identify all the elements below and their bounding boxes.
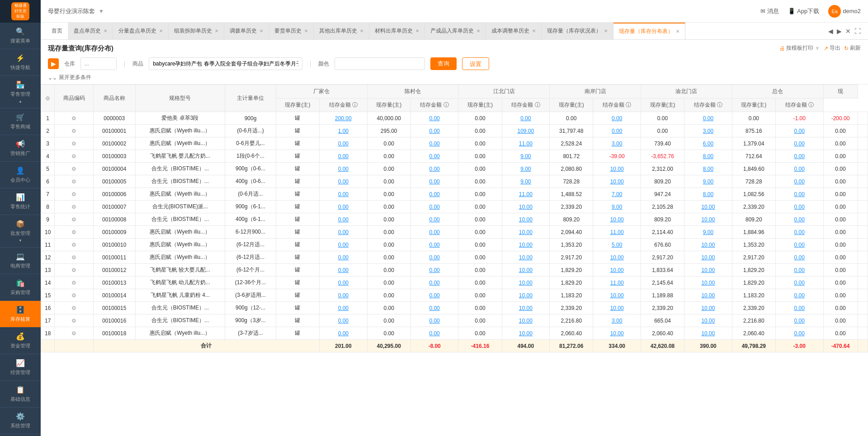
table-cell[interactable]: 0.00 bbox=[775, 125, 823, 137]
table-cell[interactable]: 11.00 bbox=[593, 277, 641, 289]
tab-material-out[interactable]: 材料出库单历史 ✕ bbox=[369, 23, 425, 40]
table-cell[interactable]: 9.00 bbox=[684, 175, 732, 188]
table-cell[interactable]: 0.00 bbox=[410, 289, 458, 302]
table-cell[interactable]: -39.00 bbox=[593, 150, 641, 163]
table-cell[interactable]: 0.00 bbox=[319, 137, 367, 150]
table-cell[interactable]: 10.00 bbox=[593, 213, 641, 226]
user-avatar-btn[interactable]: Ea demo2 bbox=[828, 5, 861, 18]
table-cell[interactable]: 0.00 bbox=[775, 163, 823, 175]
table-cell[interactable]: 0.00 bbox=[775, 264, 823, 277]
table-cell[interactable]: 0.00 bbox=[410, 314, 458, 327]
table-cell[interactable]: 10.00 bbox=[684, 302, 732, 314]
table-cell[interactable]: 0.00 bbox=[319, 264, 367, 277]
export-btn[interactable]: ↗ 导出 bbox=[824, 44, 840, 52]
tab-product-in[interactable]: 产成品入库单历史 ✕ bbox=[425, 23, 486, 40]
tab-close-icon[interactable]: ✕ bbox=[532, 28, 536, 33]
table-cell[interactable]: 0.00 bbox=[410, 327, 458, 340]
table-cell[interactable]: 8.00 bbox=[684, 188, 732, 201]
table-cell[interactable]: 10.00 bbox=[593, 175, 641, 188]
table-cell[interactable]: 10.00 bbox=[502, 264, 550, 277]
tab-cost-adjust[interactable]: 成本调整单历史 ✕ bbox=[486, 23, 542, 40]
table-cell[interactable]: 6.00 bbox=[684, 137, 732, 150]
table-cell[interactable]: 8.00 bbox=[684, 163, 732, 175]
tab-inventory-single[interactable]: 盘点单历史 ✕ bbox=[68, 23, 113, 40]
filter-collapse-btn[interactable]: ▶ bbox=[48, 58, 59, 69]
table-cell[interactable]: 0.00 bbox=[319, 277, 367, 289]
sidebar-item-retail-mall[interactable]: 🛒 零售商城 bbox=[0, 108, 41, 135]
table-cell[interactable]: 0.00 bbox=[593, 125, 641, 137]
table-cell[interactable]: 9.00 bbox=[684, 226, 732, 239]
table-cell[interactable]: 0.00 bbox=[410, 277, 458, 289]
query-button[interactable]: 查询 bbox=[430, 57, 457, 70]
table-cell[interactable]: 10.00 bbox=[684, 264, 732, 277]
table-cell[interactable]: -1.00 bbox=[775, 112, 823, 125]
table-cell[interactable]: 11.00 bbox=[593, 226, 641, 239]
tab-current-stock-dist[interactable]: 现存量（库存分布表） ✕ bbox=[613, 23, 685, 40]
table-cell[interactable]: 0.00 bbox=[775, 150, 823, 163]
sidebar-item-quick-nav[interactable]: ⚡ 快捷导航 bbox=[0, 49, 41, 76]
table-cell[interactable]: 10.00 bbox=[502, 213, 550, 226]
table-cell[interactable]: 10.00 bbox=[502, 277, 550, 289]
table-cell[interactable]: 0.00 bbox=[410, 264, 458, 277]
table-cell[interactable]: 0.00 bbox=[775, 175, 823, 188]
tab-close-icon[interactable]: ✕ bbox=[215, 28, 218, 33]
sidebar-item-ecom[interactable]: 💻 电商管理 bbox=[0, 248, 41, 274]
table-cell[interactable]: 10.00 bbox=[502, 201, 550, 213]
table-cell[interactable]: 9.00 bbox=[502, 150, 550, 163]
tab-transfer[interactable]: 调拨单历史 ✕ bbox=[224, 23, 269, 40]
table-cell[interactable]: 0.00 bbox=[775, 137, 823, 150]
table-cell[interactable]: 10.00 bbox=[593, 264, 641, 277]
tab-other-out[interactable]: 其他出库单历史 ✕ bbox=[314, 23, 369, 40]
table-cell[interactable]: 7.00 bbox=[593, 188, 641, 201]
table-cell[interactable]: 0.00 bbox=[319, 289, 367, 302]
table-cell[interactable]: 10.00 bbox=[502, 314, 550, 327]
table-cell[interactable]: 0.00 bbox=[319, 226, 367, 239]
table-cell[interactable]: 0.00 bbox=[410, 175, 458, 188]
table-cell[interactable]: 0.00 bbox=[319, 175, 367, 188]
table-cell[interactable]: 0.00 bbox=[319, 302, 367, 314]
table-cell[interactable]: 3.00 bbox=[684, 125, 732, 137]
table-cell[interactable]: 0.00 bbox=[319, 327, 367, 340]
table-cell[interactable]: 0.00 bbox=[775, 201, 823, 213]
table-cell[interactable]: 10.00 bbox=[593, 289, 641, 302]
table-cell[interactable]: 0.00 bbox=[410, 137, 458, 150]
table-cell[interactable]: 109.00 bbox=[502, 125, 550, 137]
table-cell[interactable]: 0.00 bbox=[410, 112, 458, 125]
print-btn[interactable]: 🖨 按模板打印 ▼ bbox=[779, 44, 820, 52]
table-cell[interactable]: 0.00 bbox=[410, 239, 458, 251]
table-cell[interactable]: 10.00 bbox=[593, 302, 641, 314]
setting-button[interactable]: 设置 bbox=[462, 57, 489, 70]
table-cell[interactable]: 0.00 bbox=[410, 188, 458, 201]
table-cell[interactable]: 10.00 bbox=[684, 239, 732, 251]
table-cell[interactable]: 10.00 bbox=[684, 251, 732, 264]
tab-next-btn[interactable]: ▶ bbox=[835, 28, 844, 35]
company-selector[interactable]: 母婴行业演示陈套 ▼ bbox=[48, 7, 104, 15]
table-cell[interactable]: 0.00 bbox=[775, 277, 823, 289]
warehouse-input[interactable] bbox=[80, 57, 117, 70]
table-cell[interactable]: 11.00 bbox=[502, 137, 550, 150]
table-cell[interactable]: 0.00 bbox=[319, 188, 367, 201]
sidebar-item-system[interactable]: ⚙️ 系统管理 bbox=[0, 408, 41, 434]
sidebar-item-purchase[interactable]: 🛍️ 采购管理 bbox=[0, 274, 41, 301]
table-cell[interactable]: 0.00 bbox=[319, 251, 367, 264]
table-cell[interactable]: 10.00 bbox=[502, 302, 550, 314]
table-cell[interactable]: 10.00 bbox=[502, 239, 550, 251]
table-cell[interactable]: 10.00 bbox=[593, 327, 641, 340]
table-cell[interactable]: 10.00 bbox=[684, 213, 732, 226]
tab-split-inventory[interactable]: 分量盘点单历史 ✕ bbox=[113, 23, 169, 40]
table-cell[interactable]: 10.00 bbox=[502, 327, 550, 340]
table-cell[interactable]: 10.00 bbox=[684, 277, 732, 289]
sidebar-item-marketing[interactable]: 📢 营销推广 bbox=[0, 135, 41, 162]
table-cell[interactable]: 0.00 bbox=[410, 201, 458, 213]
table-cell[interactable]: 0.00 bbox=[319, 201, 367, 213]
tab-fullscreen-btn[interactable]: ⛶ bbox=[853, 28, 863, 35]
app-download-btn[interactable]: 📱 App下载 bbox=[788, 7, 819, 15]
tab-close-icon[interactable]: ✕ bbox=[360, 28, 363, 33]
table-cell[interactable]: 0.00 bbox=[410, 150, 458, 163]
tab-prev-btn[interactable]: ◀ bbox=[826, 28, 835, 35]
th-gear[interactable]: ⚙ bbox=[41, 85, 55, 112]
table-cell[interactable]: 0.00 bbox=[775, 239, 823, 251]
table-cell[interactable]: 0.00 bbox=[775, 327, 823, 340]
table-cell[interactable]: 5.00 bbox=[593, 239, 641, 251]
sidebar-item-retail-stat[interactable]: 📊 零售统计 bbox=[0, 188, 41, 215]
